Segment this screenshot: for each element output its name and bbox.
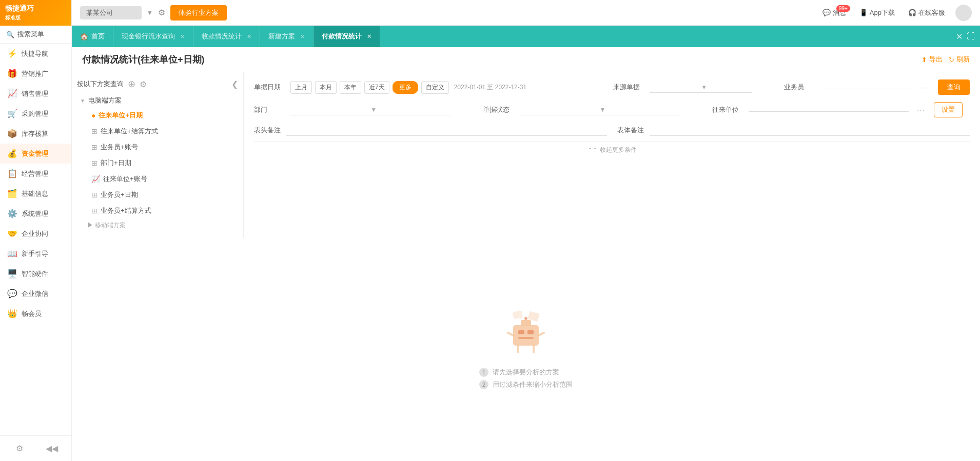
body-note-input[interactable] bbox=[650, 125, 970, 136]
salesman-label: 业务员 bbox=[784, 83, 812, 92]
user-avatar[interactable] bbox=[955, 5, 972, 21]
custom-date-btn[interactable]: 自定义 bbox=[421, 81, 449, 94]
filter-row-2: 部门 ▼ 单据状态 ▼ 往来单位 ·· bbox=[254, 102, 970, 117]
sidebar-search-item[interactable]: 🔍 搜索菜单 bbox=[0, 26, 71, 44]
source-select[interactable]: ▼ bbox=[650, 82, 752, 93]
scheme-salesman-date[interactable]: ⊞ 业务员+日期 bbox=[79, 187, 236, 203]
collapse-more-btn[interactable]: ⌃⌃ 收起更多条件 bbox=[254, 141, 970, 158]
tab-close-icon[interactable]: ✕ bbox=[247, 33, 251, 40]
empty-tip-1: 1 请先选择要分析的方案 bbox=[479, 368, 573, 377]
sidebar-item-system[interactable]: ⚙️ 系统管理 bbox=[0, 204, 71, 224]
app-download-label: App下载 bbox=[870, 8, 895, 17]
sidebar-item-purchase[interactable]: 🛒 采购管理 bbox=[0, 104, 71, 124]
svg-rect-4 bbox=[521, 320, 531, 326]
main-area: 某某公司 ▼ ⚙ 体验行业方案 💬 消息 99+ 📱 App下载 🎧 在线客服 … bbox=[72, 0, 980, 461]
sidebar: 畅捷通巧 标准版 🔍 搜索菜单 ⚡ 快捷导航 🎁 营销推广 📈 销售管理 🛒 采… bbox=[0, 0, 72, 461]
sidebar-item-wechat[interactable]: 💬 企业微信 bbox=[0, 284, 71, 304]
body-note-label: 表体备注 bbox=[617, 126, 645, 135]
page-content: 付款情况统计(往来单位+日期) ⬆ 导出 ↻ 刷新 按以下方案查询 ⊕ ⚙ bbox=[72, 47, 980, 461]
collapse-filter-btn[interactable]: ❮ bbox=[231, 79, 238, 89]
trial-btn[interactable]: 体验行业方案 bbox=[170, 5, 227, 21]
tab-income-stats[interactable]: 收款情况统计 ✕ bbox=[193, 26, 260, 47]
sidebar-item-label: 采购管理 bbox=[22, 109, 48, 118]
dept-label: 部门 bbox=[254, 105, 282, 114]
topbar-gear-icon[interactable]: ⚙ bbox=[158, 8, 165, 17]
marketing-icon: 🎁 bbox=[7, 69, 17, 78]
guide-icon: 📖 bbox=[7, 249, 17, 258]
header-note-input[interactable] bbox=[286, 125, 607, 136]
app-download-action[interactable]: 📱 App下载 bbox=[859, 8, 895, 17]
topbar-dropdown-arrow[interactable]: ▼ bbox=[147, 9, 153, 16]
scheme-label: 往来单位+日期 bbox=[99, 111, 143, 120]
sidebar-item-corp[interactable]: 🤝 企业协同 bbox=[0, 224, 71, 244]
desktop-scheme-group[interactable]: ▼ 电脑端方案 bbox=[77, 94, 238, 107]
counterpart-more-icon[interactable]: ··· bbox=[917, 106, 926, 114]
tab-close-icon[interactable]: ✕ bbox=[180, 33, 185, 40]
tab-payment-stats[interactable]: 付款情况统计 ✕ bbox=[313, 26, 380, 47]
sidebar-settings-btn[interactable]: ⚙ bbox=[5, 441, 34, 456]
counterpart-select[interactable] bbox=[749, 108, 909, 112]
scheme-counterpart-date[interactable]: ● 往来单位+日期 bbox=[79, 108, 236, 123]
filter-right: 单据日期 上月 本月 本年 近7天 更多 自定义 2022-01-01 至 20… bbox=[244, 72, 980, 238]
last-7-days-btn[interactable]: 近7天 bbox=[364, 81, 389, 94]
settings-scheme-btn[interactable]: ⚙ bbox=[140, 79, 147, 89]
sidebar-item-quick-nav[interactable]: ⚡ 快捷导航 bbox=[0, 44, 71, 64]
tab-close-icon[interactable]: ✕ bbox=[300, 33, 305, 40]
tab-close-icon[interactable]: ✕ bbox=[367, 33, 371, 40]
scheme-counterpart-account[interactable]: 📈 往来单位+账号 bbox=[79, 171, 236, 187]
sidebar-item-hardware[interactable]: 🖥️ 智能硬件 bbox=[0, 264, 71, 284]
sidebar-item-marketing[interactable]: 🎁 营销推广 bbox=[0, 64, 71, 84]
tab-cash-flow[interactable]: 现金银行流水查询 ✕ bbox=[113, 26, 193, 47]
empty-tips: 1 请先选择要分析的方案 2 用过滤条件来缩小分析范围 bbox=[479, 365, 573, 392]
doc-status-label: 单据状态 bbox=[483, 105, 511, 114]
sidebar-item-label: 新手引导 bbox=[22, 249, 48, 258]
member-icon: 👑 bbox=[7, 309, 17, 318]
svg-point-5 bbox=[524, 317, 527, 320]
settings-btn[interactable]: 设置 bbox=[934, 102, 963, 117]
app-download-icon: 📱 bbox=[859, 9, 868, 16]
add-scheme-btn[interactable]: ⊕ bbox=[128, 78, 135, 90]
sidebar-item-member[interactable]: 👑 畅会员 bbox=[0, 304, 71, 324]
scheme-dept-date[interactable]: ⊞ 部门+日期 bbox=[79, 155, 236, 171]
mobile-scheme-group[interactable]: ▶ 移动端方案 bbox=[77, 219, 238, 232]
more-date-btn[interactable]: 更多 bbox=[393, 81, 418, 94]
sidebar-item-operations[interactable]: 📋 经营管理 bbox=[0, 164, 71, 184]
topbar-user[interactable]: 某某公司 bbox=[80, 6, 142, 19]
tabs-actions: ✕ ⛶ bbox=[951, 26, 980, 47]
source-label: 来源单据 bbox=[613, 83, 641, 92]
export-btn[interactable]: ⬆ 导出 bbox=[922, 55, 943, 64]
salesman-more-icon[interactable]: ··· bbox=[921, 84, 930, 91]
scheme-icon: ⊞ bbox=[91, 191, 97, 199]
export-icon: ⬆ bbox=[922, 56, 927, 64]
this-month-btn[interactable]: 本月 bbox=[315, 81, 337, 94]
salesman-select[interactable] bbox=[820, 86, 913, 89]
notification-action[interactable]: 💬 消息 99+ bbox=[822, 8, 846, 17]
query-btn[interactable]: 查询 bbox=[938, 79, 970, 95]
sidebar-item-finance[interactable]: 💰 资金管理 bbox=[0, 144, 71, 164]
online-service-action[interactable]: 🎧 在线客服 bbox=[908, 8, 945, 17]
dept-select[interactable]: ▼ bbox=[290, 105, 450, 115]
sidebar-item-inventory[interactable]: 📦 库存核算 bbox=[0, 124, 71, 144]
scheme-label: 业务员+结算方式 bbox=[101, 206, 151, 215]
tab-home[interactable]: 🏠 首页 bbox=[72, 26, 113, 47]
scheme-label: 往来单位+账号 bbox=[103, 174, 147, 184]
svg-rect-1 bbox=[518, 330, 524, 334]
refresh-btn[interactable]: ↻ 刷新 bbox=[949, 55, 970, 64]
last-month-btn[interactable]: 上月 bbox=[290, 81, 312, 94]
sidebar-item-label: 系统管理 bbox=[22, 209, 48, 218]
empty-state: 1 请先选择要分析的方案 2 用过滤条件来缩小分析范围 bbox=[72, 238, 980, 461]
scheme-salesman-payment[interactable]: ⊞ 业务员+结算方式 bbox=[79, 203, 236, 218]
this-year-btn[interactable]: 本年 bbox=[340, 81, 361, 94]
tab-new-scheme[interactable]: 新建方案 ✕ bbox=[260, 26, 313, 47]
maximize-icon[interactable]: ⛶ bbox=[967, 32, 975, 41]
body-note-item: 表体备注 bbox=[617, 125, 970, 136]
doc-status-select[interactable]: ▼ bbox=[519, 105, 679, 115]
sidebar-item-sales[interactable]: 📈 销售管理 bbox=[0, 84, 71, 104]
sidebar-item-basic[interactable]: 🗂️ 基础信息 bbox=[0, 184, 71, 204]
sidebar-collapse-btn[interactable]: ◀◀ bbox=[38, 441, 67, 456]
sidebar-item-label: 基础信息 bbox=[22, 189, 48, 198]
close-tab-icon[interactable]: ✕ bbox=[956, 32, 963, 42]
scheme-salesman-account[interactable]: ⊞ 业务员+账号 bbox=[79, 139, 236, 155]
sidebar-item-guide[interactable]: 📖 新手引导 bbox=[0, 244, 71, 264]
scheme-counterpart-payment[interactable]: ⊞ 往来单位+结算方式 bbox=[79, 124, 236, 139]
